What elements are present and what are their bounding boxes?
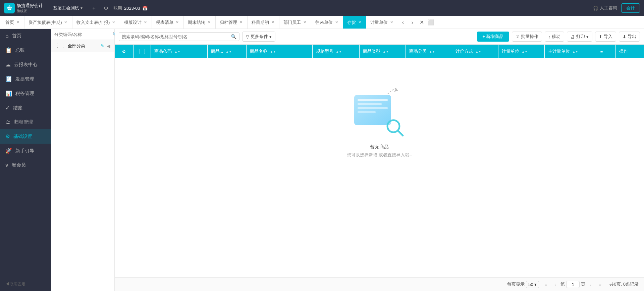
unit-sort-icon[interactable]: ▲▼ [522, 50, 528, 53]
spec-sort-icon[interactable]: ▲▼ [336, 50, 342, 53]
sidebar-item-member[interactable]: V 畅会员 [0, 158, 51, 172]
sidebar-item-general-ledger[interactable]: 📋 总账 [0, 43, 51, 57]
sidebar-item-invoice[interactable]: 🧾 发票管理 [0, 72, 51, 86]
col-checkbox[interactable] [133, 45, 151, 58]
tab-prev-btn[interactable]: ‹ [398, 18, 408, 27]
total-records-label: 共0页, 0条记录 [609, 281, 639, 287]
more-cols-icon: ≡ [600, 49, 603, 54]
sidebar-item-archive[interactable]: 🗂 归档管理 [0, 115, 51, 129]
tab-tax[interactable]: 税表清单 ✕ [152, 16, 184, 29]
tab-partner[interactable]: 往来单位 ✕ [311, 16, 343, 29]
tab-home[interactable]: 首页 ✕ [1, 16, 24, 29]
sidebar-item-settlement[interactable]: ✓ 结账 [0, 101, 51, 115]
page-size-dropdown[interactable]: 50 ▾ [526, 281, 539, 288]
last-page-btn[interactable]: » [596, 280, 604, 288]
page-number-input[interactable] [566, 281, 580, 288]
name-sort-icon[interactable]: ▲▼ [270, 50, 276, 53]
print-chevron-icon: ▾ [586, 34, 589, 39]
tab-balance-close[interactable]: ✕ [63, 20, 68, 25]
sidebar-item-new-guide[interactable]: 🚀 新手引导 [0, 144, 51, 158]
col-category[interactable]: 商品分类 ▲▼ [406, 45, 452, 58]
customer-service-btn[interactable]: 🎧 人工咨询 [593, 5, 617, 11]
calendar-icon[interactable]: 📅 [142, 6, 148, 11]
tab-template-close[interactable]: ✕ [143, 20, 148, 25]
sidebar-item-tax[interactable]: 📊 税务管理 [0, 86, 51, 101]
sidebar-item-tax-label: 税务管理 [15, 91, 34, 97]
print-button[interactable]: 🖨 打印 ▾ [567, 32, 592, 42]
import-button[interactable]: ⬆ 导入 [595, 32, 616, 42]
tab-dept-staff-label: 部门员工 [283, 19, 301, 26]
col-barcode[interactable]: 商品条码 ▲▼ [151, 45, 207, 58]
page-prefix-label: 第 [560, 281, 565, 287]
sidebar-item-ledger-label: 总账 [15, 47, 25, 53]
tab-subject-init-close[interactable]: ✕ [270, 20, 275, 25]
col-spec-label: 规格型号 [316, 49, 333, 54]
filter-icon: ▽ [246, 34, 249, 39]
tab-dept-staff[interactable]: 部门员工 ✕ [279, 16, 311, 29]
tab-home-close[interactable]: ✕ [15, 20, 20, 25]
col-more[interactable]: ≡ [597, 45, 615, 58]
col-main-unit[interactable]: 主计量单位 ▲▼ [544, 45, 597, 58]
empty-title: 暂无商品 [370, 144, 389, 150]
tab-income-label: 收入支出表(年报) [76, 19, 110, 26]
tab-period-end-close[interactable]: ✕ [207, 20, 211, 25]
content-area: 🔍 ⋮⋮ 全部分类 ✎ ◀ 🔍 ▽ [51, 29, 644, 291]
barcode-sort-icon[interactable]: ▲▼ [174, 50, 180, 53]
move-button[interactable]: ↕ 移动 [545, 32, 565, 42]
tab-archive[interactable]: 归档管理 ✕ [216, 16, 248, 29]
company-selector[interactable]: 基层工会测试 ▾ [50, 4, 85, 12]
tab-unit-close[interactable]: ✕ [389, 20, 394, 25]
tab-next-btn[interactable]: › [408, 18, 417, 27]
tab-template[interactable]: 模版设计 ✕ [120, 16, 152, 29]
tab-archive-close[interactable]: ✕ [238, 20, 243, 25]
tab-subject-init[interactable]: 科目期初 ✕ [248, 16, 279, 29]
tab-period-end[interactable]: 期末结转 ✕ [184, 16, 216, 29]
price-sort-icon[interactable]: ▲▼ [475, 50, 481, 53]
tab-tax-close[interactable]: ✕ [175, 20, 179, 25]
tab-inventory-close[interactable]: ✕ [357, 20, 362, 25]
category-collapse-icon[interactable]: ◀ [107, 43, 110, 49]
sidebar-unpin-btn[interactable]: ◀取消固定 [0, 277, 51, 291]
prev-page-btn[interactable]: ‹ [551, 280, 559, 288]
add-product-button[interactable]: + 新增商品 [477, 32, 509, 42]
category-search-input[interactable] [54, 32, 111, 37]
tab-maximize-btn[interactable]: ⬜ [426, 18, 436, 27]
col-code[interactable]: 商品... ▲▼ [207, 45, 247, 58]
tab-dept-staff-close[interactable]: ✕ [302, 20, 307, 25]
sidebar-item-report-center[interactable]: ☁ 云报表中心 [0, 57, 51, 72]
col-price-method[interactable]: 计价方式 ▲▼ [452, 45, 498, 58]
col-name[interactable]: 商品名称 ▲▼ [247, 45, 312, 58]
tab-balance[interactable]: 资产负债表(中期) ✕ [24, 16, 72, 29]
type-sort-icon[interactable]: ▲▼ [383, 50, 389, 53]
unpin-label: ◀取消固定 [5, 281, 25, 287]
tab-inventory[interactable]: 存货 ✕ [343, 16, 366, 29]
tab-income-close[interactable]: ✕ [111, 20, 116, 25]
col-type[interactable]: 商品类型 ▲▼ [359, 45, 406, 58]
first-page-btn[interactable]: « [542, 280, 550, 288]
filter-button[interactable]: ▽ 更多条件 ▾ [242, 32, 275, 42]
account-button[interactable]: 会计 [621, 3, 640, 13]
member-icon: V [5, 163, 8, 168]
col-settings[interactable]: ⚙ [115, 45, 133, 58]
tab-income[interactable]: 收入支出表(年报) ✕ [72, 16, 120, 29]
category-sort-icon[interactable]: ▲▼ [429, 50, 435, 53]
add-tab-icon[interactable]: ＋ [89, 3, 99, 13]
batch-ops-button[interactable]: ☑ 批量操作 [512, 32, 542, 42]
sidebar-item-basic-settings[interactable]: ⚙ 基础设置 [0, 129, 51, 144]
next-page-btn[interactable]: › [587, 280, 595, 288]
category-edit-icon[interactable]: ✎ [101, 43, 105, 49]
export-button[interactable]: ⬇ 导出 [619, 32, 640, 42]
product-search-input[interactable] [122, 34, 229, 39]
col-unit[interactable]: 计量单位 ▲▼ [498, 45, 544, 58]
category-dots-icon[interactable]: ⋮⋮ [55, 43, 66, 49]
sidebar-item-home[interactable]: ⌂ 首页 [0, 29, 51, 43]
tab-partner-close[interactable]: ✕ [334, 20, 339, 25]
select-all-checkbox[interactable] [140, 49, 145, 54]
main-unit-sort-icon[interactable]: ▲▼ [572, 50, 578, 53]
settings-icon[interactable]: ⚙ [101, 3, 111, 13]
col-spec[interactable]: 规格型号 ▲▼ [312, 45, 359, 58]
tab-close-all-btn[interactable]: ✕ [417, 18, 426, 27]
product-search-icon[interactable]: 🔍 [231, 34, 236, 39]
tab-unit[interactable]: 计量单位 ✕ [366, 16, 398, 29]
code-sort-icon[interactable]: ▲▼ [226, 50, 232, 53]
